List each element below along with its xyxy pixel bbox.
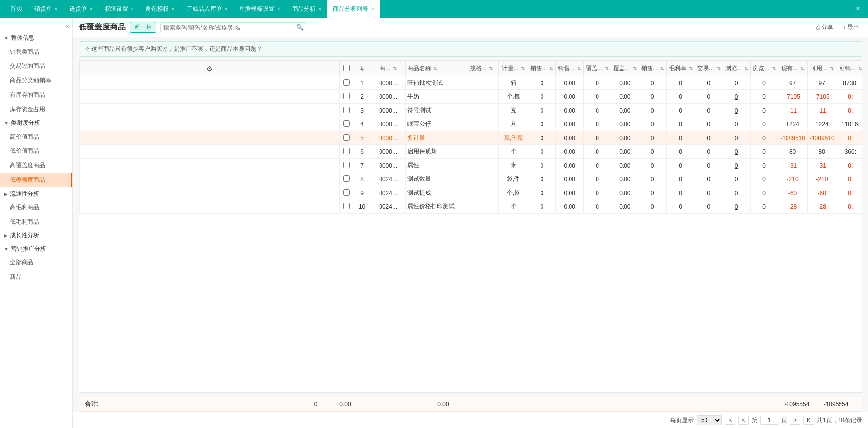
nav-role[interactable]: 角色授权 × [139, 0, 180, 18]
browse1-cell[interactable]: 0 [723, 159, 750, 172]
nav-close-sales[interactable]: × [53, 6, 57, 12]
row-checkbox[interactable] [343, 79, 350, 86]
available-column-header[interactable]: 可用... ⇅ [807, 61, 837, 76]
sidebar-item-low-value[interactable]: 低价值商品 [0, 144, 72, 158]
browse2-column-header[interactable]: 浏览... ⇅ [750, 61, 778, 76]
window-close-button[interactable]: × [852, 4, 864, 13]
sidebar-item-all-products[interactable]: 全部商品 [0, 256, 72, 270]
row-checkbox[interactable] [343, 203, 350, 209]
browse1-link[interactable]: 0 [735, 176, 738, 183]
spec-column-header[interactable]: 规格... ⇅ [464, 61, 499, 76]
browse1-cell[interactable]: 0 [723, 104, 750, 117]
sidebar-section-growth-analysis[interactable]: ▶ 成长性分析 [0, 229, 72, 242]
saleable-column-header[interactable]: 可销... ⇅ [837, 61, 862, 76]
browse1-link[interactable]: 0 [735, 190, 738, 197]
sidebar-item-low-profit[interactable]: 低毛利商品 [0, 215, 72, 229]
nav-template[interactable]: 单据模板设置 × [233, 0, 286, 18]
next-page-button[interactable]: > [790, 416, 800, 425]
nav-purchase[interactable]: 进货单 × [63, 0, 98, 18]
sidebar-item-has-stock[interactable]: 有库存的商品 [0, 88, 72, 102]
nav-close-product-storage[interactable]: × [223, 6, 227, 12]
search-input[interactable] [163, 24, 296, 31]
browse1-link[interactable]: 0 [735, 80, 738, 86]
browse1-cell[interactable]: 0 [723, 131, 750, 145]
sidebar-item-high-value[interactable]: 高价值商品 [0, 130, 72, 144]
browse1-cell[interactable]: 0 [723, 172, 750, 186]
sales-amt-column-header[interactable]: 销售... ⇅ [556, 61, 583, 76]
sales-days-cell: 0 [639, 200, 666, 214]
row-checkbox[interactable] [343, 134, 350, 141]
current-stock-column-header[interactable]: 现有... ⇅ [778, 61, 808, 76]
last-page-button[interactable]: K [803, 416, 814, 425]
prev-page-button[interactable]: < [738, 416, 749, 425]
nav-close-role[interactable]: × [170, 6, 174, 12]
row-checkbox[interactable] [343, 120, 350, 127]
page-number-input[interactable] [760, 416, 778, 425]
browse1-cell[interactable]: 0 [723, 145, 750, 159]
browse1-cell[interactable]: 0 [723, 90, 750, 104]
sidebar-item-category-turnover[interactable]: 商品分类动销率 [0, 73, 72, 87]
browse1-link[interactable]: 0 [735, 162, 738, 169]
sidebar-item-stock-fund[interactable]: 库存资金占用 [0, 102, 72, 116]
sidebar-item-low-coverage[interactable]: 低覆盖度商品 [0, 173, 72, 187]
row-checkbox[interactable] [343, 175, 350, 182]
nav-sales[interactable]: 销货单 × [28, 0, 63, 18]
nav-analysis-list[interactable]: 商品分析列表 × [327, 0, 380, 18]
checkbox-cell [340, 186, 353, 200]
nav-close-purchase[interactable]: × [88, 6, 92, 12]
browse1-link[interactable]: 0 [735, 93, 738, 100]
sidebar-item-high-profit[interactable]: 高毛利商品 [0, 200, 72, 215]
coverage2-column-header[interactable]: 覆盖... ⇅ [611, 61, 639, 76]
browse1-cell[interactable]: 0 [723, 186, 750, 200]
row-checkbox[interactable] [343, 189, 350, 196]
nav-analysis[interactable]: 商品分析 × [286, 0, 327, 18]
browse1-column-header[interactable]: 浏览... ⇅ [723, 61, 750, 76]
browse1-link[interactable]: 0 [735, 121, 738, 128]
sidebar-item-new-products[interactable]: 新品 [0, 270, 72, 284]
browse1-link[interactable]: 0 [735, 135, 738, 142]
name-column-header[interactable]: 商品名称 ⇅ [406, 61, 464, 76]
settings-column-header[interactable]: ⚙ [80, 61, 340, 76]
trade-column-header[interactable]: 交易... ⇅ [695, 61, 723, 76]
nav-close-permission[interactable]: × [129, 6, 134, 12]
browse1-cell[interactable]: 0 [723, 117, 750, 131]
row-checkbox[interactable] [343, 148, 350, 154]
nav-product-storage[interactable]: 产成品入库单 × [181, 0, 233, 18]
sidebar-item-sales-category[interactable]: 销售类商品 [0, 45, 72, 59]
select-all-checkbox[interactable] [343, 65, 350, 71]
browse1-cell[interactable]: 0 [723, 200, 750, 214]
sidebar-section-category-analysis[interactable]: ▼ 类射度分析 [0, 116, 72, 130]
sidebar-section-marketing-analysis[interactable]: ▼ 营销推广分析 [0, 242, 72, 256]
search-icon[interactable]: 🔍 [296, 24, 304, 31]
export-button[interactable]: ↓ 导出 [840, 22, 862, 32]
row-checkbox[interactable] [343, 162, 350, 168]
settings-icon[interactable]: ⚙ [206, 65, 213, 73]
current-cell: -11 [778, 104, 808, 117]
browse1-cell[interactable]: 0 [723, 76, 750, 90]
sidebar-section-overall[interactable]: ▼ 整体信息 [0, 31, 72, 45]
row-checkbox[interactable] [343, 107, 350, 113]
code-column-header[interactable]: 商... ⇅ [371, 61, 406, 76]
nav-close-template[interactable]: × [275, 6, 280, 12]
unit-column-header[interactable]: 计量... ⇅ [499, 61, 528, 76]
sidebar-item-high-coverage[interactable]: 高覆盖度商品 [0, 158, 72, 172]
per-page-select[interactable]: 50 20 100 [697, 415, 722, 425]
nav-home[interactable]: 首页 [4, 0, 28, 18]
sales-days-column-header[interactable]: 销售... ⇅ [639, 61, 666, 76]
nav-close-analysis[interactable]: × [317, 6, 321, 12]
nav-permission[interactable]: 权限设置 × [99, 0, 139, 18]
browse1-link[interactable]: 0 [735, 203, 738, 210]
browse1-link[interactable]: 0 [735, 107, 738, 114]
sidebar-section-profit-analysis[interactable]: ▶ 流通性分析 [0, 187, 72, 200]
nav-close-analysis-list[interactable]: × [369, 6, 374, 12]
sidebar-collapse-button[interactable]: « [0, 20, 72, 31]
share-button[interactable]: ⎙ 分享 [814, 22, 836, 32]
sidebar-item-traded[interactable]: 交易过的商品 [0, 59, 72, 73]
period-button[interactable]: 近一月 [130, 22, 156, 33]
gross-rate-column-header[interactable]: 毛利率 ⇅ [666, 61, 695, 76]
row-checkbox[interactable] [343, 93, 350, 99]
browse1-link[interactable]: 0 [735, 148, 738, 155]
first-page-button[interactable]: K [725, 416, 735, 425]
coverage1-column-header[interactable]: 覆盖... ⇅ [583, 61, 611, 76]
sales-qty-column-header[interactable]: 销售... ⇅ [528, 61, 556, 76]
